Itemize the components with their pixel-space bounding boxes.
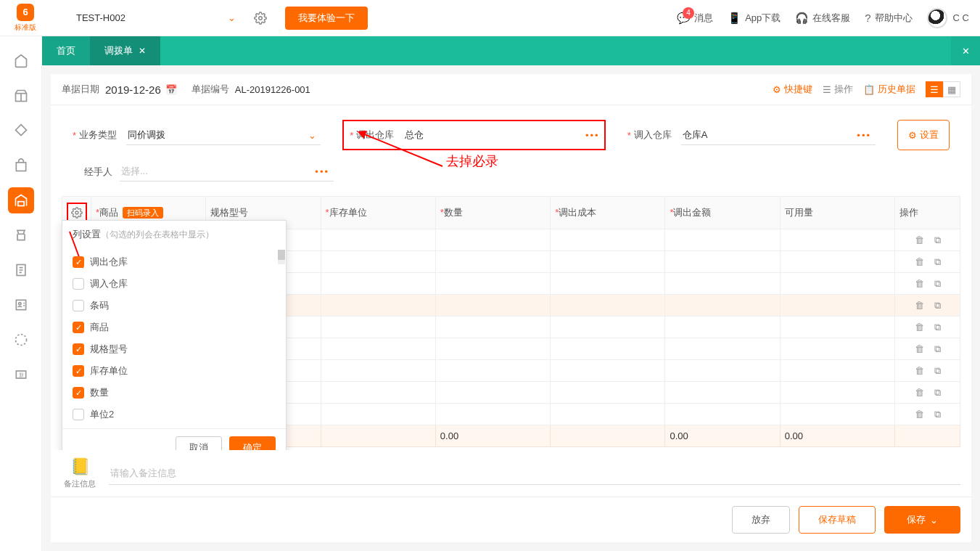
tab-home-label: 首页 xyxy=(57,44,75,57)
copy-icon[interactable]: ⧉ xyxy=(934,278,941,290)
column-settings-header[interactable]: 列设置（勾选的列会在表格中显示） ✓调出仓库调入仓库条码✓商品✓规格型号✓库存单… xyxy=(62,197,91,229)
sidebar-tag-icon[interactable] xyxy=(8,118,34,144)
handler-placeholder: 选择... xyxy=(120,162,334,181)
copy-icon[interactable]: ⧉ xyxy=(934,234,941,246)
operate-link[interactable]: ☰操作 xyxy=(823,83,853,96)
in-warehouse-field[interactable]: * 调入仓库 仓库A ••• xyxy=(627,120,876,150)
view-grid-icon[interactable]: ▦ xyxy=(943,81,960,97)
view-list-icon[interactable]: ☰ xyxy=(926,81,943,97)
copy-icon[interactable]: ⧉ xyxy=(934,387,941,399)
sidebar-warehouse-icon[interactable] xyxy=(8,187,34,213)
svg-rect-2 xyxy=(16,163,25,171)
user-menu[interactable]: C C xyxy=(927,8,969,28)
calendar-icon[interactable]: 📅 xyxy=(165,84,177,95)
delete-icon[interactable]: 🗑 xyxy=(915,409,924,420)
col-ops: 操作 xyxy=(895,197,960,229)
experience-button[interactable]: 我要体验一下 xyxy=(285,7,368,30)
cancel-button[interactable]: 取消 xyxy=(176,436,222,450)
chevron-down-icon: ⌄ xyxy=(930,515,938,526)
column-option-label: 单位2 xyxy=(90,408,114,421)
delete-icon[interactable]: 🗑 xyxy=(915,365,924,377)
online-service-label: 在线客服 xyxy=(812,12,850,25)
copy-icon[interactable]: ⧉ xyxy=(934,322,941,333)
shortcut-link[interactable]: ⚙快捷键 xyxy=(773,83,812,96)
copy-icon[interactable]: ⧉ xyxy=(934,409,941,420)
checkbox-icon[interactable] xyxy=(73,278,84,290)
sidebar-clipboard-icon[interactable] xyxy=(8,257,34,283)
items-table: 列设置（勾选的列会在表格中显示） ✓调出仓库调入仓库条码✓商品✓规格型号✓库存单… xyxy=(62,196,960,447)
close-all-tabs-icon[interactable]: ✕ xyxy=(951,36,980,65)
discard-button[interactable]: 放弃 xyxy=(732,506,790,534)
save-button[interactable]: 保存⌄ xyxy=(884,506,960,534)
handler-field[interactable]: 经手人 选择... ••• xyxy=(73,162,334,181)
delete-icon[interactable]: 🗑 xyxy=(915,278,924,290)
checkbox-icon[interactable]: ✓ xyxy=(73,387,84,399)
sidebar-new-icon[interactable]: 新 xyxy=(8,362,34,388)
delete-icon[interactable]: 🗑 xyxy=(915,322,924,333)
total-qty: 0.00 xyxy=(435,425,550,447)
delete-icon[interactable]: 🗑 xyxy=(915,300,924,311)
sidebar-home-icon[interactable] xyxy=(8,48,34,74)
checkbox-icon[interactable]: ✓ xyxy=(73,322,84,333)
footer-bar: 放弃 保存草稿 保存⌄ xyxy=(51,497,971,542)
delete-icon[interactable]: 🗑 xyxy=(915,256,924,268)
sidebar-money-icon[interactable] xyxy=(8,222,34,248)
confirm-button[interactable]: 确定 xyxy=(229,436,276,450)
gear-icon: ⚙ xyxy=(908,130,917,141)
column-option[interactable]: 单位2 xyxy=(73,404,276,425)
remark-input[interactable]: 请输入备注信息 xyxy=(109,462,960,485)
org-selector[interactable]: TEST-H002 ⌄ xyxy=(69,7,243,30)
help-center-button[interactable]: ? 帮助中心 xyxy=(865,12,912,25)
tab-transfer-order[interactable]: 调拨单 ✕ xyxy=(90,36,160,65)
copy-icon[interactable]: ⧉ xyxy=(934,300,941,311)
column-option[interactable]: ✓商品 xyxy=(73,317,276,338)
copy-icon[interactable]: ⧉ xyxy=(934,365,941,377)
date-value[interactable]: 2019-12-26 xyxy=(105,83,161,96)
tab-home[interactable]: 首页 xyxy=(42,36,90,65)
more-icon[interactable]: ••• xyxy=(857,130,871,141)
col-out-cost: *调出成本 xyxy=(551,197,665,229)
checkbox-icon[interactable]: ✓ xyxy=(73,256,84,268)
close-icon[interactable]: ✕ xyxy=(139,46,146,56)
checkbox-icon[interactable] xyxy=(73,409,84,420)
chevron-down-icon[interactable]: ⌄ xyxy=(308,130,316,141)
column-option[interactable]: 条码 xyxy=(73,295,276,317)
help-icon: ? xyxy=(865,12,870,24)
sidebar-gift-icon[interactable] xyxy=(8,83,34,109)
biz-type-field[interactable]: * 业务类型 同价调拨 ⌄ xyxy=(73,120,321,150)
scan-badge[interactable]: 扫码录入 xyxy=(123,207,163,219)
messages-button[interactable]: 💬 4 消息 xyxy=(677,12,713,25)
view-toggle-group: ☰ ▦ xyxy=(926,81,960,97)
delete-icon[interactable]: 🗑 xyxy=(915,387,924,399)
column-option[interactable]: ✓调出仓库 xyxy=(73,251,276,273)
checkbox-icon[interactable]: ✓ xyxy=(73,365,84,377)
form-row-1: * 业务类型 同价调拨 ⌄ * 调出仓库 总仓 ••• * 调入仓库 仓库A •… xyxy=(51,105,971,158)
app-download-button[interactable]: 📱 App下载 xyxy=(728,12,781,25)
delete-icon[interactable]: 🗑 xyxy=(915,343,924,355)
delete-icon[interactable]: 🗑 xyxy=(915,234,924,246)
sidebar-dots-icon[interactable] xyxy=(8,327,34,353)
doc-no-label: 单据编号 xyxy=(192,83,229,96)
save-draft-button[interactable]: 保存草稿 xyxy=(799,506,876,534)
checkbox-icon[interactable] xyxy=(73,300,84,311)
gear-icon[interactable] xyxy=(254,12,267,25)
checkbox-icon[interactable]: ✓ xyxy=(73,343,84,355)
more-icon[interactable]: ••• xyxy=(315,166,329,177)
copy-icon[interactable]: ⧉ xyxy=(934,256,941,268)
out-warehouse-field[interactable]: * 调出仓库 总仓 ••• xyxy=(342,120,605,150)
column-option[interactable]: ✓数量 xyxy=(73,382,276,404)
column-option[interactable]: 调入仓库 xyxy=(73,273,276,295)
sidebar-contact-icon[interactable] xyxy=(8,292,34,318)
logo[interactable]: 6 标准版 xyxy=(11,4,40,33)
online-service-button[interactable]: 🎧 在线客服 xyxy=(795,12,850,25)
column-option[interactable]: ✓库存单位 xyxy=(73,360,276,382)
history-link[interactable]: 📋历史单据 xyxy=(863,83,915,96)
column-settings-popover: 列设置（勾选的列会在表格中显示） ✓调出仓库调入仓库条码✓商品✓规格型号✓库存单… xyxy=(62,220,287,450)
sidebar-bag-icon[interactable] xyxy=(8,152,34,179)
more-icon[interactable]: ••• xyxy=(585,130,600,141)
svg-point-0 xyxy=(259,16,263,20)
popover-body[interactable]: ✓调出仓库调入仓库条码✓商品✓规格型号✓库存单位✓数量单位2 xyxy=(62,248,286,428)
settings-button[interactable]: ⚙设置 xyxy=(897,120,950,150)
copy-icon[interactable]: ⧉ xyxy=(934,343,941,355)
column-option[interactable]: ✓规格型号 xyxy=(73,338,276,360)
